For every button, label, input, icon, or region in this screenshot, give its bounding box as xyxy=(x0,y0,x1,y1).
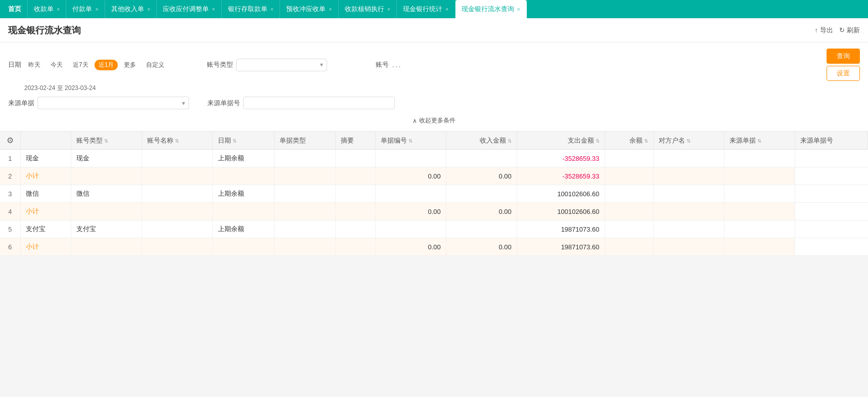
export-icon: ↑ xyxy=(815,26,818,34)
table-row: 1现金现金上期余额-3528659.33 xyxy=(0,150,868,167)
cell-doc_type: 上期余额 xyxy=(212,220,274,238)
gear-column-header[interactable]: ⚙ xyxy=(0,131,20,150)
top-nav: 首页收款单×付款单×其他收入单×应收应付调整单×银行存取款单×预收冲应收单×收款… xyxy=(0,0,868,18)
col-header-doc_no[interactable]: 单据编号⇅ xyxy=(375,131,446,150)
close-tab-ap-ar-adjust-icon[interactable]: × xyxy=(212,6,215,12)
account-type-select[interactable]: 现金 微信 支付宝 xyxy=(236,59,327,71)
cell-balance: 100102606.60 xyxy=(517,203,605,220)
row-index: 2 xyxy=(0,167,20,185)
nav-tab-bank-deposit[interactable]: 银行存取款单× xyxy=(222,0,280,18)
cell-summary xyxy=(274,238,336,256)
cell-account_type: 支付宝 xyxy=(20,220,71,238)
data-table: ⚙ 账号类型⇅账号名称⇅日期⇅单据类型摘要单据编号⇅收入金额⇅支出金额⇅余额⇅对… xyxy=(0,131,868,256)
close-tab-cash-bank-stat-icon[interactable]: × xyxy=(445,6,448,12)
nav-tab-recv-exec[interactable]: 收款核销执行× xyxy=(339,0,397,18)
nav-tab-prepay-offset[interactable]: 预收冲应收单× xyxy=(280,0,338,18)
nav-tab-other-income[interactable]: 其他收入单× xyxy=(105,0,157,18)
table-row: 2小计0.000.00-3528659.33 xyxy=(0,167,868,185)
search-button[interactable]: 查询 xyxy=(827,49,860,64)
date-opt-近1月[interactable]: 近1月 xyxy=(95,60,118,70)
cell-summary xyxy=(274,167,336,185)
cell-balance: 100102606.60 xyxy=(517,185,605,203)
cell-expense: 0.00 xyxy=(446,238,517,256)
cell-doc_no xyxy=(336,238,375,256)
cell-summary xyxy=(274,203,336,220)
col-header-doc_type: 单据类型 xyxy=(274,131,336,150)
source-doc-select-wrapper xyxy=(37,97,189,109)
nav-tab-cash-bank-stat[interactable]: 现金银行统计× xyxy=(397,0,455,18)
cell-account_name xyxy=(71,167,142,185)
cell-source_doc xyxy=(654,238,724,256)
account-filter: 账号 ... xyxy=(376,60,401,69)
cell-income: 0.00 xyxy=(375,203,446,220)
cell-account_type: 小计 xyxy=(20,238,71,256)
cell-counterparty xyxy=(605,185,654,203)
col-header-income[interactable]: 收入金额⇅ xyxy=(446,131,517,150)
cell-account_name xyxy=(71,203,142,220)
cell-source_doc_no xyxy=(724,238,795,256)
col-header-expense[interactable]: 支出金额⇅ xyxy=(517,131,605,150)
date-range-display: 2023-02-24 至 2023-03-24 xyxy=(24,84,96,92)
sort-icon-date: ⇅ xyxy=(233,138,237,144)
source-doc-select[interactable] xyxy=(37,97,189,109)
date-opt-自定义[interactable]: 自定义 xyxy=(142,60,168,70)
account-type-filter: 账号类型 现金 微信 支付宝 xyxy=(207,59,327,71)
cell-income xyxy=(375,185,446,203)
date-opt-更多[interactable]: 更多 xyxy=(120,60,140,70)
account-label: 账号 xyxy=(376,60,389,69)
cell-doc_type xyxy=(212,238,274,256)
col-header-balance[interactable]: 余额⇅ xyxy=(605,131,654,150)
account-type-label: 账号类型 xyxy=(207,60,233,69)
cell-date xyxy=(142,150,212,167)
cell-account_name xyxy=(71,238,142,256)
account-dots[interactable]: ... xyxy=(392,60,401,69)
nav-tab-cash-bank-flow[interactable]: 现金银行流水查询× xyxy=(455,0,527,18)
close-tab-recv-exec-icon[interactable]: × xyxy=(387,6,390,12)
nav-tab-home[interactable]: 首页 xyxy=(2,0,28,18)
source-doc-label: 来源单据 xyxy=(8,99,34,108)
col-header-source_doc_no: 来源单据号 xyxy=(795,131,868,150)
cell-date xyxy=(142,167,212,185)
col-header-account_name[interactable]: 账号名称⇅ xyxy=(142,131,212,150)
sort-icon-account_name: ⇅ xyxy=(175,138,179,144)
close-tab-bank-deposit-icon[interactable]: × xyxy=(270,6,273,12)
table-row: 4小计0.000.00100102606.60 xyxy=(0,203,868,220)
nav-tab-receipt[interactable]: 收款单× xyxy=(28,0,66,18)
header-row: ⚙ 账号类型⇅账号名称⇅日期⇅单据类型摘要单据编号⇅收入金额⇅支出金额⇅余额⇅对… xyxy=(0,131,868,150)
cell-income: 0.00 xyxy=(375,167,446,185)
refresh-button[interactable]: ↻ 刷新 xyxy=(839,26,860,35)
close-tab-receipt-icon[interactable]: × xyxy=(57,6,60,12)
table-row: 6小计0.000.0019871073.60 xyxy=(0,238,868,256)
cell-balance: -3528659.33 xyxy=(517,167,605,185)
date-opt-昨天[interactable]: 昨天 xyxy=(24,60,44,70)
col-header-date[interactable]: 日期⇅ xyxy=(212,131,274,150)
settings-button[interactable]: 设置 xyxy=(827,66,860,81)
close-tab-payment-icon[interactable]: × xyxy=(95,6,98,12)
cell-source_doc_no xyxy=(724,150,795,167)
sort-icon-expense: ⇅ xyxy=(596,138,600,144)
close-tab-cash-bank-flow-icon[interactable]: × xyxy=(517,6,520,12)
nav-tab-payment[interactable]: 付款单× xyxy=(66,0,105,18)
cell-source_doc xyxy=(654,167,724,185)
cell-balance: 19871073.60 xyxy=(517,238,605,256)
close-tab-prepay-offset-icon[interactable]: × xyxy=(329,6,332,12)
nav-tab-ap-ar-adjust[interactable]: 应收应付调整单× xyxy=(157,0,221,18)
sort-icon-balance: ⇅ xyxy=(644,138,648,144)
cell-source_doc_no xyxy=(724,203,795,220)
col-header-counterparty[interactable]: 对方户名⇅ xyxy=(654,131,724,150)
sort-icon-income: ⇅ xyxy=(508,138,512,144)
cell-doc_type: 上期余额 xyxy=(212,185,274,203)
date-opt-今天[interactable]: 今天 xyxy=(47,60,67,70)
cell-date xyxy=(142,238,212,256)
cell-doc_no xyxy=(336,150,375,167)
source-doc-no-input[interactable] xyxy=(243,97,395,109)
col-header-account_type[interactable]: 账号类型⇅ xyxy=(71,131,142,150)
col-header-source_doc[interactable]: 来源单据⇅ xyxy=(724,131,795,150)
source-doc-no-label: 来源单据号 xyxy=(207,99,240,108)
export-button[interactable]: ↑ 导出 xyxy=(815,26,834,35)
header-actions: ↑ 导出 ↻ 刷新 xyxy=(815,26,860,35)
collapse-bar[interactable]: ∧ 收起更多条件 xyxy=(8,114,860,129)
source-doc-no-filter: 来源单据号 xyxy=(207,97,395,109)
date-opt-近7天[interactable]: 近7天 xyxy=(69,60,93,70)
close-tab-other-income-icon[interactable]: × xyxy=(147,6,150,12)
